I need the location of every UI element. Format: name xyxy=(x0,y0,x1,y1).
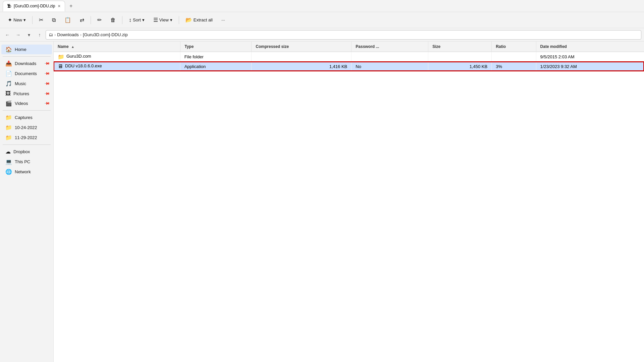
delete-icon: 🗑 xyxy=(110,17,116,23)
sidebar-item-videos[interactable]: 🎬 Videos 📌 xyxy=(1,99,52,108)
file-row-name: Guru3D.com xyxy=(66,54,91,60)
home-icon: 🏠 xyxy=(5,46,12,53)
file-ratio-cell: 3% xyxy=(492,62,536,71)
col-name[interactable]: Name ▲ xyxy=(54,42,180,52)
sidebar-item-home-label: Home xyxy=(15,47,26,52)
tab-label: [Guru3D.com]-DDU.zip xyxy=(14,4,55,8)
folder-10-icon: 📁 xyxy=(5,124,12,131)
network-icon: 🌐 xyxy=(5,169,12,175)
sidebar-divider-1 xyxy=(3,56,51,57)
cut-button[interactable]: ✂ xyxy=(35,14,47,26)
move-button[interactable]: ⇄ xyxy=(76,14,88,26)
content-area: Name ▲ Type Compressed size Password ...… xyxy=(54,42,644,362)
sort-label: Sort xyxy=(133,17,141,22)
sort-arrow-name: ▲ xyxy=(71,45,74,49)
file-name-cell: 📁Guru3D.com xyxy=(54,52,180,62)
file-password-cell xyxy=(352,52,428,62)
file-list: Name ▲ Type Compressed size Password ...… xyxy=(54,42,644,71)
file-date-cell: 9/5/2015 2:03 AM xyxy=(536,52,644,62)
new-button[interactable]: ✦ New ▾ xyxy=(4,14,30,26)
music-icon: 🎵 xyxy=(5,80,12,87)
sidebar-item-10-24-2022[interactable]: 📁 10-24-2022 xyxy=(1,123,52,132)
toolbar: ✦ New ▾ ✂ ⧉ 📋 ⇄ ✏ 🗑 ↕ Sort ▾ ☰ View ▾ 📂 … xyxy=(0,12,644,28)
sidebar-item-network[interactable]: 🌐 Network xyxy=(1,167,52,177)
sort-button[interactable]: ↕ Sort ▾ xyxy=(125,14,148,26)
col-type[interactable]: Type xyxy=(180,42,252,52)
sidebar-item-home[interactable]: 🏠 Home xyxy=(1,45,52,54)
breadcrumb-downloads[interactable]: Downloads xyxy=(57,32,78,37)
move-icon: ⇄ xyxy=(80,17,84,23)
sidebar: 🏠 Home 📥 Downloads 📌 📄 Documents 📌 🎵 Mus… xyxy=(0,42,54,362)
copy-button[interactable]: ⧉ xyxy=(48,14,59,26)
col-date-modified[interactable]: Date modified xyxy=(536,42,644,52)
extract-all-button[interactable]: 📂 Extract all xyxy=(182,14,216,26)
main-layout: 🏠 Home 📥 Downloads 📌 📄 Documents 📌 🎵 Mus… xyxy=(0,42,644,362)
sidebar-item-documents-label: Documents xyxy=(15,71,37,76)
thispc-icon: 💻 xyxy=(5,159,12,165)
table-row[interactable]: 📁Guru3D.comFile folder9/5/2015 2:03 AM xyxy=(54,52,644,62)
up-button[interactable]: ↑ xyxy=(35,30,44,40)
file-date-cell: 1/23/2023 9:32 AM xyxy=(536,62,644,71)
back-button[interactable]: ← xyxy=(3,30,12,40)
rename-icon: ✏ xyxy=(97,17,102,23)
sidebar-item-dropbox[interactable]: ☁ Dropbox xyxy=(1,147,52,157)
new-label: New xyxy=(13,17,22,22)
sidebar-item-pictures[interactable]: 🖼 Pictures 📌 xyxy=(1,89,52,98)
col-name-label: Name xyxy=(58,44,69,49)
col-size-label: Size xyxy=(432,44,440,49)
dropbox-icon: ☁ xyxy=(5,148,11,155)
sidebar-item-thispc-label: This PC xyxy=(15,159,30,164)
tab[interactable]: 🗜 [Guru3D.com]-DDU.zip × xyxy=(3,1,65,11)
view-icon: ☰ xyxy=(153,17,158,23)
delete-button[interactable]: 🗑 xyxy=(107,14,119,26)
sidebar-item-11-29-2022-label: 11-29-2022 xyxy=(15,135,37,140)
music-pin-icon: 📌 xyxy=(44,80,50,87)
extract-icon: 📂 xyxy=(185,17,192,23)
breadcrumb-root-icon: 🗂 xyxy=(49,32,53,37)
title-bar: 🗜 [Guru3D.com]-DDU.zip × + xyxy=(0,0,644,12)
col-size[interactable]: Size xyxy=(428,42,492,52)
table-row[interactable]: 🖥DDU v18.0.6.0.exeApplication1,416 KBNo1… xyxy=(54,62,644,71)
sidebar-item-captures[interactable]: 📁 Captures xyxy=(1,113,52,122)
view-arrow: ▾ xyxy=(170,17,172,22)
back-icon: ← xyxy=(5,32,10,38)
recent-button[interactable]: ▾ xyxy=(24,30,34,40)
sep3 xyxy=(122,16,122,24)
col-ratio[interactable]: Ratio xyxy=(492,42,536,52)
sidebar-item-captures-label: Captures xyxy=(15,115,33,120)
breadcrumb-zip[interactable]: [Guru3D.com]-DDU.zip xyxy=(83,32,128,37)
sidebar-item-documents[interactable]: 📄 Documents 📌 xyxy=(1,69,52,78)
breadcrumb: 🗂 › Downloads › [Guru3D.com]-DDU.zip xyxy=(46,30,641,40)
col-password[interactable]: Password ... xyxy=(352,42,428,52)
sidebar-divider-3 xyxy=(3,144,51,145)
view-button[interactable]: ☰ View ▾ xyxy=(150,14,176,26)
tab-close-button[interactable]: × xyxy=(58,4,60,8)
sep4 xyxy=(179,16,179,24)
sidebar-item-11-29-2022[interactable]: 📁 11-29-2022 xyxy=(1,133,52,142)
forward-button[interactable]: → xyxy=(13,30,23,40)
sidebar-item-thispc[interactable]: 💻 This PC xyxy=(1,157,52,167)
sidebar-item-downloads[interactable]: 📥 Downloads 📌 xyxy=(1,59,52,68)
new-tab-button[interactable]: + xyxy=(66,1,76,11)
file-compressed-size-cell: 1,416 KB xyxy=(252,62,352,71)
file-row-icon: 🖥 xyxy=(58,63,63,69)
file-row-icon: 📁 xyxy=(58,54,64,60)
sidebar-item-dropbox-label: Dropbox xyxy=(13,149,30,154)
file-type-cell: Application xyxy=(180,62,252,71)
paste-icon: 📋 xyxy=(64,17,71,23)
folder-11-icon: 📁 xyxy=(5,134,12,141)
col-compressed-size[interactable]: Compressed size xyxy=(252,42,352,52)
sidebar-item-downloads-label: Downloads xyxy=(15,61,36,66)
col-compressed-size-label: Compressed size xyxy=(256,44,289,49)
file-type-cell: File folder xyxy=(180,52,252,62)
downloads-pin-icon: 📌 xyxy=(44,60,50,67)
videos-pin-icon: 📌 xyxy=(44,100,50,107)
forward-icon: → xyxy=(16,32,20,38)
paste-button[interactable]: 📋 xyxy=(61,14,75,26)
rename-button[interactable]: ✏ xyxy=(94,14,105,26)
sidebar-item-music-label: Music xyxy=(15,81,26,86)
extract-label: Extract all xyxy=(194,17,213,22)
col-password-label: Password ... xyxy=(356,44,379,49)
sidebar-item-music[interactable]: 🎵 Music 📌 xyxy=(1,79,52,88)
more-button[interactable]: ··· xyxy=(218,14,229,26)
